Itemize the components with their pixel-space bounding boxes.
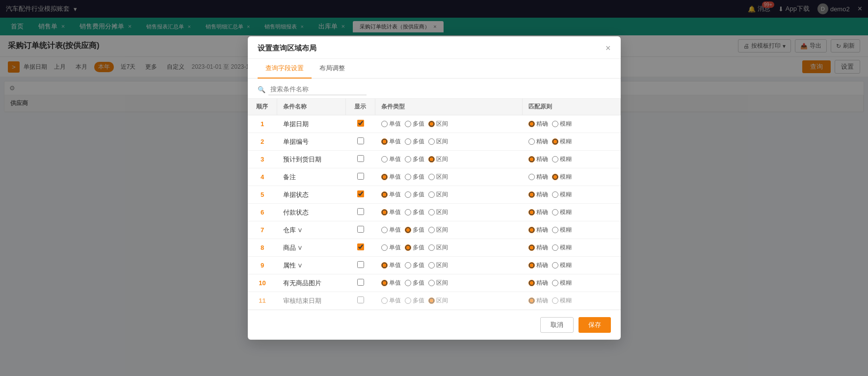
modal-overlay: 设置查询区域布局 × 查询字段设置 布局调整 🔍 顺序 条件名称 显示 条件类型…: [0, 0, 868, 116]
col-name: 条件名称: [277, 99, 346, 115]
modal-header: 设置查询区域布局 ×: [248, 36, 621, 59]
modal-tab-query[interactable]: 查询字段设置: [258, 59, 312, 79]
modal-title: 设置查询区域布局: [258, 44, 316, 53]
modal-table-header: 顺序 条件名称 显示 条件类型 匹配原则: [248, 99, 621, 115]
modal-tab-layout[interactable]: 布局调整: [312, 59, 353, 79]
modal-close-btn[interactable]: ×: [605, 43, 611, 54]
col-match: 匹配原则: [523, 99, 621, 115]
col-display: 显示: [346, 99, 375, 115]
table-row: 1 单据日期 单值 多值 区间 精确 模糊: [248, 115, 621, 116]
modal-tabs: 查询字段设置 布局调整: [248, 59, 621, 79]
col-type: 条件类型: [375, 99, 523, 115]
search-icon: 🔍: [258, 86, 265, 93]
col-order: 顺序: [248, 99, 277, 115]
modal-search: 🔍: [248, 79, 621, 99]
modal: 设置查询区域布局 × 查询字段设置 布局调整 🔍 顺序 条件名称 显示 条件类型…: [248, 36, 621, 116]
search-input[interactable]: [268, 83, 367, 95]
modal-table-body: 1 单据日期 单值 多值 区间 精确 模糊 2 单据编号: [248, 115, 621, 116]
